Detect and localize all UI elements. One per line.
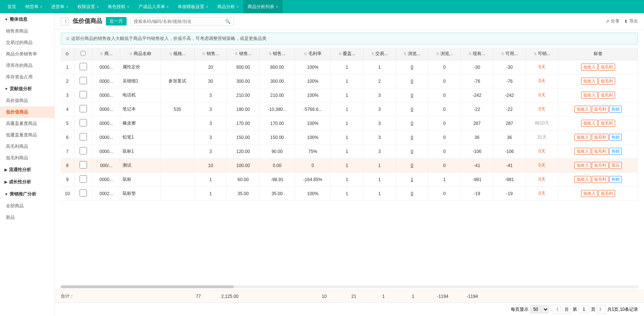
search-input[interactable] xyxy=(134,19,225,24)
row-checkbox[interactable] xyxy=(74,130,93,145)
first-page-button[interactable]: 《 xyxy=(552,305,561,314)
sidebar-item-low-coverage[interactable]: 低覆盖量度商品 xyxy=(0,129,54,141)
sidebar-section-marketing[interactable]: ▼ 营销推广分析 xyxy=(0,188,54,200)
nav-purchase-order-close[interactable]: × xyxy=(66,4,68,9)
row-select-checkbox[interactable] xyxy=(80,161,87,169)
col-available: ⇅ 可用... xyxy=(493,48,526,60)
sidebar-item-slow-moving[interactable]: 滞库存的商品 xyxy=(0,60,54,71)
browse-link[interactable]: 0 xyxy=(411,191,413,196)
tag-badge: 低毛利 xyxy=(598,190,615,197)
browse-link[interactable]: 1 xyxy=(411,177,413,182)
row-checkbox[interactable] xyxy=(74,145,93,159)
collapse-button[interactable]: 《 xyxy=(61,17,69,26)
row-select-checkbox[interactable] xyxy=(80,147,87,154)
search-icon[interactable]: 🔍 xyxy=(225,19,231,24)
sidebar-section-contribution[interactable]: ▼ 贡献值分析 xyxy=(0,83,54,95)
sidebar-section-overall[interactable]: ▼ 整体信息 xyxy=(0,13,54,26)
row-name[interactable]: 鼠标垫 xyxy=(120,187,160,201)
row-checkbox[interactable] xyxy=(74,173,93,187)
nav-template-settings-close[interactable]: × xyxy=(206,4,208,9)
page-input[interactable] xyxy=(578,306,590,313)
next-page-button[interactable]: 》 xyxy=(597,305,606,314)
browse-link[interactable]: 0 xyxy=(411,93,413,98)
sidebar-item-category-sales-rate[interactable]: 商品分类销售率 xyxy=(0,48,54,60)
sidebar-item-new-goods[interactable]: 新品 xyxy=(0,212,54,223)
browse-link[interactable]: 0 xyxy=(411,149,413,154)
nav-sales-order-close[interactable]: × xyxy=(40,4,42,9)
row-checkbox[interactable] xyxy=(74,159,93,173)
per-page-select[interactable]: 50 100 200 xyxy=(530,305,549,313)
time-filter-button[interactable]: 近一月 xyxy=(106,17,127,26)
sidebar-item-low-value[interactable]: 低价值商品 xyxy=(0,106,54,118)
row-select-checkbox[interactable] xyxy=(80,133,87,140)
footer-label: 合计： xyxy=(61,293,74,299)
nav-role-auth[interactable]: 角色授权 × xyxy=(103,0,134,13)
browse-link[interactable]: 0 xyxy=(411,121,413,126)
nav-permissions-close[interactable]: × xyxy=(97,4,99,9)
nav-sales-order[interactable]: 销货单 × xyxy=(21,0,47,13)
nav-product-storage-close[interactable]: × xyxy=(167,4,169,9)
nav-role-auth-close[interactable]: × xyxy=(127,4,129,9)
row-name[interactable]: 吴细细1 xyxy=(120,74,160,88)
row-checkbox[interactable] xyxy=(74,187,93,201)
row-name[interactable]: 橡皮擦 xyxy=(120,116,160,130)
export-button[interactable]: ⬆ 导出 xyxy=(624,18,638,24)
nav-product-analysis[interactable]: 商品分析 × xyxy=(213,0,243,13)
row-select-checkbox[interactable] xyxy=(80,189,87,197)
row-name[interactable]: 测试 xyxy=(120,159,160,173)
browse-link[interactable]: 0 xyxy=(411,65,413,70)
nav-product-storage[interactable]: 产成品入库单 × xyxy=(134,0,173,13)
row-checkbox[interactable] xyxy=(74,60,93,74)
nav-template-settings[interactable]: 单据模板设置 × xyxy=(173,0,212,13)
sidebar-item-high-margin[interactable]: 高毛利商品 xyxy=(0,141,54,152)
row-select-checkbox[interactable] xyxy=(80,77,87,84)
row-checkbox[interactable] xyxy=(74,116,93,130)
sidebar-item-high-value[interactable]: 高价值商品 xyxy=(0,95,54,106)
nav-product-analysis-list-close[interactable]: × xyxy=(276,4,278,9)
row-name[interactable]: 鼠标 xyxy=(120,173,160,187)
col-settings[interactable]: ⚙ xyxy=(61,48,74,60)
row-select-checkbox[interactable] xyxy=(80,105,87,112)
row-select-checkbox[interactable] xyxy=(80,175,87,183)
row-checkbox[interactable] xyxy=(74,88,93,102)
nav-permissions[interactable]: 权限设置 × xyxy=(73,0,103,13)
row-sales1: 1 xyxy=(194,187,227,201)
nav-product-analysis-list[interactable]: 商品分析列表 × xyxy=(243,0,282,13)
row-name[interactable]: 电话机 xyxy=(120,88,160,102)
row-margin: 100% xyxy=(295,74,331,88)
sidebar-item-sales-goods[interactable]: 销售类商品 xyxy=(0,26,54,37)
sidebar-section-liquidity[interactable]: ▶ 流通性分析 xyxy=(0,164,54,176)
row-checkbox[interactable] xyxy=(74,74,93,88)
sidebar-item-all-goods[interactable]: 全部商品 xyxy=(0,200,54,212)
scrollbar-thumb[interactable] xyxy=(61,285,234,288)
sidebar-item-traded-goods[interactable]: 交易过的商品 xyxy=(0,37,54,48)
row-select-checkbox[interactable] xyxy=(80,119,87,126)
sidebar-item-inventory-capital[interactable]: 库存资金占用 xyxy=(0,71,54,83)
browse-link[interactable]: 0 xyxy=(411,163,413,168)
settings-icon[interactable]: ⚙ xyxy=(65,51,69,57)
nav-purchase-order[interactable]: 进货单 × xyxy=(47,0,73,13)
row-name[interactable]: 鼠标1 xyxy=(120,145,160,159)
row-checkbox[interactable] xyxy=(74,102,93,116)
table-container[interactable]: ⚙ ⇅ 商... ⇅ 商品名称 ⇅ 规格... ⇅ 销售... ⇅ 销售... … xyxy=(55,48,644,285)
nav-home[interactable]: 首页 xyxy=(3,0,21,13)
browse-link[interactable]: 0 xyxy=(411,135,413,140)
row-name[interactable]: 铅笔1 xyxy=(120,130,160,145)
row-name[interactable]: 属性定价 xyxy=(120,60,160,74)
sidebar-section-growth[interactable]: ▶ 成长性分析 xyxy=(0,176,54,188)
horizontal-scrollbar[interactable] xyxy=(61,285,638,288)
browse-link[interactable]: 0 xyxy=(411,79,413,84)
row-name[interactable]: 笔记本 xyxy=(120,102,160,116)
sidebar-item-low-margin[interactable]: 低毛利商品 xyxy=(0,152,54,164)
share-button[interactable]: ↗ 分享 xyxy=(606,18,620,24)
browse-link[interactable]: 0 xyxy=(411,107,413,112)
row-select-checkbox[interactable] xyxy=(80,91,87,98)
page-label: 第 xyxy=(573,306,577,313)
select-all-checkbox[interactable] xyxy=(81,51,85,56)
sidebar-item-high-coverage[interactable]: 高覆盖量度商品 xyxy=(0,118,54,129)
row-sales2: 300.00 xyxy=(227,74,259,88)
row-select-checkbox[interactable] xyxy=(80,63,87,70)
nav-product-analysis-close[interactable]: × xyxy=(237,4,239,9)
prev-page-button[interactable]: 首 xyxy=(562,305,571,314)
row-num: 1 xyxy=(61,60,74,74)
